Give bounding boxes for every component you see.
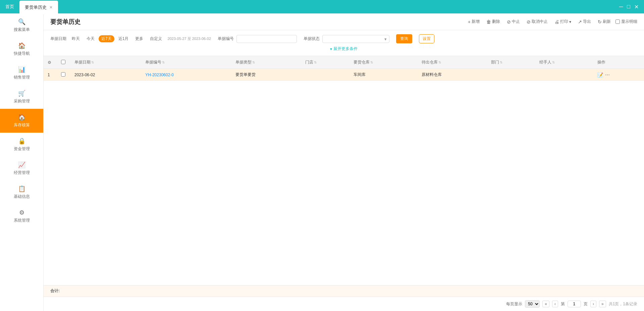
table-area: ⚙ 单据日期 ⇅ 单据编号 <box>44 56 644 285</box>
sort-icon: ⇅ <box>314 60 317 64</box>
print-dropdown-icon: ▾ <box>569 19 571 24</box>
th-doc-type[interactable]: 单据类型 ⇅ <box>231 56 301 69</box>
status-select-wrapper <box>322 35 389 43</box>
basic-info-icon: 📋 <box>18 185 25 192</box>
page-input-label: 第 <box>561 301 565 307</box>
search-menu-icon: 🔍 <box>18 18 25 26</box>
date-last1month-btn[interactable]: 近1月 <box>116 35 131 42</box>
row-actions: 📝 ⋯ <box>597 72 640 78</box>
sidebar-item-ops-mgmt[interactable]: 📈 经营管理 <box>0 157 43 180</box>
sidebar-item-label: 基础信息 <box>14 194 30 199</box>
date-today-btn[interactable]: 今天 <box>84 35 97 42</box>
table-row: 1 2023-06-02 YH-20230602-0 要货单要货 <box>44 69 644 81</box>
content-area: 要货单历史 + 新增 🗑 删除 ⊘ 中止 ⊘ 取消中止 <box>44 13 644 311</box>
quick-nav-icon: 🏠 <box>18 42 25 49</box>
sidebar-item-inventory[interactable]: 🏠 库存核算 <box>0 109 43 133</box>
cell-doc-date: 2023-06-02 <box>70 69 141 81</box>
sidebar-item-label: 经营管理 <box>14 170 30 176</box>
pagination-bar: 每页显示 50 « ‹ 第 页 › » 共1页，1条记录 <box>44 297 644 311</box>
new-icon: + <box>468 19 471 25</box>
sidebar-item-sales-mgmt[interactable]: 📊 销售管理 <box>0 61 43 85</box>
date-filter-label: 单据日期 <box>50 36 66 42</box>
table-header: ⚙ 单据日期 ⇅ 单据编号 <box>44 56 644 69</box>
th-req-warehouse[interactable]: 要货仓库 ⇅ <box>350 56 418 69</box>
row-more-icon[interactable]: ⋯ <box>605 72 610 78</box>
page-input[interactable] <box>568 301 581 307</box>
show-detail-checkbox[interactable] <box>615 19 620 24</box>
purchase-icon: 🛒 <box>18 90 25 97</box>
cell-actions: 📝 ⋯ <box>593 69 644 81</box>
th-store[interactable]: 门店 ⇅ <box>301 56 350 69</box>
stop-icon: ⊘ <box>507 19 511 25</box>
window-close-icon[interactable]: ✕ <box>634 4 639 10</box>
sidebar-item-basic-info[interactable]: 📋 基础信息 <box>0 180 43 204</box>
doc-number-input[interactable] <box>236 35 297 43</box>
query-button[interactable]: 查询 <box>396 34 412 43</box>
sidebar-item-finance-mgmt[interactable]: 🔒 资金管理 <box>0 133 43 157</box>
sidebar-item-system-mgmt[interactable]: ⚙ 系统管理 <box>0 204 43 228</box>
stop-button[interactable]: ⊘ 中止 <box>505 17 522 26</box>
ops-icon: 📈 <box>18 161 25 169</box>
sidebar-item-purchase-mgmt[interactable]: 🛒 采购管理 <box>0 85 43 109</box>
th-pending-warehouse[interactable]: 待出仓库 ⇅ <box>418 56 487 69</box>
per-page-select[interactable]: 50 <box>525 300 540 308</box>
cell-checkbox[interactable] <box>57 69 70 81</box>
print-icon: 🖨 <box>554 19 559 25</box>
sort-icon: ⇅ <box>252 60 255 64</box>
th-handler[interactable]: 经手人 ⇅ <box>535 56 593 69</box>
new-button[interactable]: + 新增 <box>466 17 482 26</box>
tab-home[interactable]: 首页 <box>0 0 19 13</box>
date-more-btn[interactable]: 更多 <box>132 35 146 42</box>
cell-store <box>301 69 350 81</box>
sort-icon: ⇅ <box>438 60 441 64</box>
sort-icon: ⇅ <box>552 60 555 64</box>
th-settings[interactable]: ⚙ <box>44 56 57 69</box>
doc-number-filter-group: 单据编号 <box>218 35 297 43</box>
cell-doc-number[interactable]: YH-20230602-0 <box>141 69 231 81</box>
doc-number-link[interactable]: YH-20230602-0 <box>145 73 174 77</box>
table-body: 1 2023-06-02 YH-20230602-0 要货单要货 <box>44 69 644 81</box>
window-min-icon[interactable]: ─ <box>619 4 623 10</box>
last-page-btn[interactable]: » <box>599 301 606 307</box>
per-page-label: 每页显示 <box>506 301 522 307</box>
export-button[interactable]: ↗ 导出 <box>576 17 593 26</box>
refresh-icon: ↻ <box>598 19 602 25</box>
cancel-stop-button[interactable]: ⊘ 取消中止 <box>525 17 550 26</box>
refresh-button[interactable]: ↻ 刷新 <box>596 17 613 26</box>
status-select[interactable] <box>322 35 389 43</box>
sidebar-item-quick-nav[interactable]: 🏠 快捷导航 <box>0 37 43 61</box>
sidebar-item-label: 库存核算 <box>14 122 30 128</box>
cell-pending-warehouse: 原材料仓库 <box>418 69 487 81</box>
row-edit-icon[interactable]: 📝 <box>597 72 603 78</box>
delete-button[interactable]: 🗑 删除 <box>484 17 502 26</box>
window-max-icon[interactable]: □ <box>627 4 630 10</box>
first-page-btn[interactable]: « <box>542 301 549 307</box>
th-doc-number[interactable]: 单据编号 ⇅ <box>141 56 231 69</box>
expand-more-btn[interactable]: ▾ 展开更多条件 <box>50 46 637 52</box>
settings-button[interactable]: 设置 <box>419 34 434 43</box>
next-page-btn[interactable]: › <box>590 301 596 307</box>
sort-icon: ⇅ <box>91 60 94 64</box>
row-checkbox[interactable] <box>61 72 65 77</box>
show-detail-toggle[interactable]: 显示明细 <box>615 19 637 25</box>
delete-icon: 🗑 <box>486 19 491 25</box>
date-yesterday-btn[interactable]: 昨天 <box>69 35 83 42</box>
date-last7days-btn[interactable]: 近7天 <box>99 35 114 42</box>
print-button[interactable]: 🖨 打印 ▾ <box>552 17 573 26</box>
page-title: 要货单历史 <box>50 18 80 26</box>
date-custom-btn[interactable]: 自定义 <box>147 35 165 42</box>
sidebar-item-label: 搜索菜单 <box>14 27 30 33</box>
th-department[interactable]: 部门 ⇅ <box>487 56 535 69</box>
tab-requisition-history[interactable]: 要货单历史 ✕ <box>19 1 58 14</box>
sales-icon: 📊 <box>18 66 25 73</box>
select-all-checkbox[interactable] <box>61 60 65 64</box>
prev-page-btn[interactable]: ‹ <box>552 301 558 307</box>
tab-close-icon[interactable]: ✕ <box>49 5 53 10</box>
column-settings-icon[interactable]: ⚙ <box>48 60 51 65</box>
sidebar-item-search-menu[interactable]: 🔍 搜索菜单 <box>0 13 43 37</box>
top-bar: 首页 要货单历史 ✕ ─ □ ✕ <box>0 0 644 13</box>
cell-handler <box>535 69 593 81</box>
window-controls: ─ □ ✕ <box>619 4 644 10</box>
th-checkbox[interactable] <box>57 56 70 69</box>
th-doc-date[interactable]: 单据日期 ⇅ <box>70 56 141 69</box>
